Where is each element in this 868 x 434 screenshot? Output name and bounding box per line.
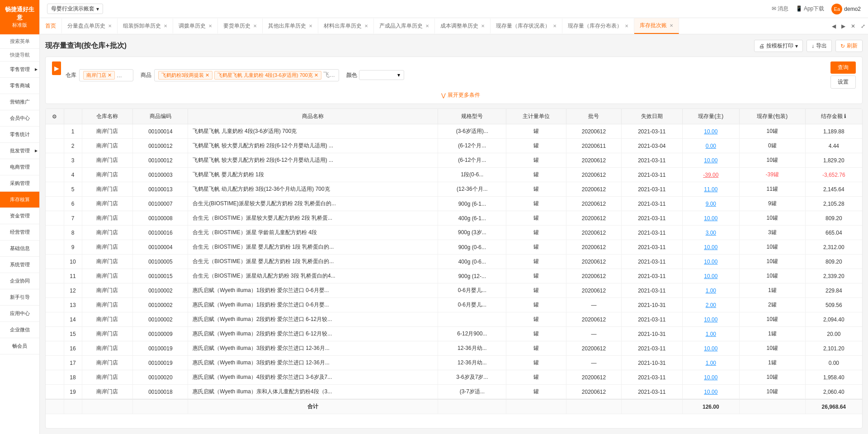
sidebar-search-label[interactable]: 搜索英单 [0, 34, 39, 49]
cell-qty-main[interactable]: 10.00 [682, 370, 739, 385]
tab-current-inventory-status[interactable]: 现存量（库存状况表）✕ [491, 19, 562, 33]
cell-settings[interactable] [46, 168, 64, 182]
cell-settings[interactable] [46, 197, 64, 211]
tab-close-product-inbound-history[interactable]: ✕ [425, 24, 429, 28]
tab-close-current-inventory-distribution[interactable]: ✕ [625, 24, 628, 28]
cell-settings[interactable] [46, 153, 64, 168]
export-button[interactable]: ↓ 导出 [807, 40, 832, 52]
cell-settings[interactable] [46, 255, 64, 269]
cell-settings[interactable] [46, 385, 64, 400]
tab-other-outbound-history[interactable]: 其他出库单历史✕ [263, 19, 318, 33]
tab-transfer-history[interactable]: 调拨单历史✕ [173, 19, 218, 33]
cell-qty-main[interactable]: 1.00 [682, 283, 739, 298]
tab-close-current-inventory-status[interactable]: ✕ [553, 24, 557, 28]
sidebar-item-finance[interactable]: 资金管理 [0, 208, 39, 224]
product-input[interactable]: 飞鹤奶粉3段两提装 ✕ 飞鹤星飞帆 儿童奶粉 4段(3-6岁适用) 700克 ✕… [154, 69, 339, 81]
tab-current-inventory-distribution[interactable]: 现存量（库存分布表）✕ [562, 19, 634, 33]
expand-more-conditions[interactable]: ⋁ 展开更多条件 [66, 91, 856, 99]
cell-settings[interactable] [46, 240, 64, 255]
print-button[interactable]: 🖨 按模板打印 ▾ [754, 40, 803, 52]
sidebar-item-retail-shop[interactable]: 零售商城 [0, 78, 39, 94]
tab-close-batch-voucher[interactable]: ✕ [670, 23, 673, 28]
col-settings-header[interactable]: ⚙ [46, 109, 64, 124]
cell-qty-main[interactable]: 9.00 [682, 197, 739, 211]
color-dropdown[interactable]: ▾ [359, 70, 404, 80]
product-tag-0-remove[interactable]: ✕ [205, 72, 209, 78]
warehouse-input[interactable]: 南岸门店 ✕ ... [79, 69, 133, 81]
cell-settings[interactable] [46, 283, 64, 298]
cell-settings[interactable] [46, 124, 64, 139]
cell-qty-main[interactable]: 0.00 [682, 139, 739, 153]
cell-qty-main[interactable]: 1.00 [682, 327, 739, 341]
cell-settings[interactable] [46, 356, 64, 370]
tab-material-outbound-history[interactable]: 材料出库单历史✕ [318, 19, 374, 33]
tab-cost-adjustment-history[interactable]: 成本调整单历史✕ [435, 19, 491, 33]
tab-scroll-right[interactable]: ▶ [839, 19, 848, 33]
sidebar-item-basic-info[interactable]: 基础信息 [0, 241, 39, 257]
cell-qty-main[interactable]: 10.00 [682, 153, 739, 168]
tab-close-requisition-history[interactable]: ✕ [253, 24, 257, 28]
sidebar-item-member-center[interactable]: 会员中心 [0, 110, 39, 127]
cell-qty-main[interactable]: 10.00 [682, 312, 739, 327]
cell-settings[interactable] [46, 341, 64, 356]
tab-close-split-inventory-history[interactable]: ✕ [108, 24, 112, 28]
cell-settings[interactable] [46, 139, 64, 153]
query-button[interactable]: 查询 [830, 61, 856, 74]
tab-close-transfer-history[interactable]: ✕ [208, 24, 212, 28]
cell-qty-main[interactable]: 10.00 [682, 385, 739, 400]
refresh-button[interactable]: ↻ 刷新 [835, 40, 863, 52]
cell-qty-main[interactable]: 2.00 [682, 298, 739, 312]
sidebar-item-inventory[interactable]: 库存核算 [0, 192, 39, 208]
settings-button[interactable]: 设置 [830, 75, 856, 89]
cell-settings[interactable] [46, 182, 64, 197]
tab-batch-voucher[interactable]: 库存批次账✕ [634, 18, 679, 34]
cell-qty-main[interactable]: 1.00 [682, 356, 739, 370]
sidebar-item-enterprise[interactable]: 企业协同 [0, 273, 39, 289]
tab-product-inbound-history[interactable]: 产成品入库单历史✕ [374, 19, 435, 33]
tab-close-cost-adjustment-history[interactable]: ✕ [481, 24, 485, 28]
sidebar-item-purchase-mgmt[interactable]: 采购管理 [0, 175, 39, 192]
cell-qty-main[interactable]: 10.00 [682, 211, 739, 226]
cell-qty-main[interactable]: 10.00 [682, 341, 739, 356]
account-selector[interactable]: 母婴行业演示账套 ▾ [47, 4, 103, 14]
tab-home[interactable]: 首页 [40, 19, 62, 33]
sidebar-item-new-guide[interactable]: 新手引导 [0, 289, 39, 306]
cell-settings[interactable] [46, 312, 64, 327]
product-tag-1-remove[interactable]: ✕ [314, 72, 318, 78]
sidebar-item-marketing[interactable]: 营销推广 [0, 94, 39, 110]
tab-close-material-outbound-history[interactable]: ✕ [364, 24, 368, 28]
tab-close-other-outbound-history[interactable]: ✕ [309, 24, 312, 28]
tab-requisition-history[interactable]: 要货单历史✕ [218, 19, 263, 33]
cell-qty-main[interactable]: 10.00 [682, 269, 739, 283]
cell-settings[interactable] [46, 370, 64, 385]
message-link[interactable]: ✉ 消息 [772, 5, 788, 13]
tab-disassembly-history[interactable]: 组装拆卸单历史✕ [118, 19, 173, 33]
app-download-link[interactable]: 📱 App下载 [796, 5, 824, 13]
cell-qty-main[interactable]: 10.00 [682, 255, 739, 269]
warehouse-tag-remove[interactable]: ✕ [108, 72, 112, 78]
cell-qty-main[interactable]: 3.00 [682, 226, 739, 240]
sidebar-item-retail-mgmt[interactable]: 零售管理▶ [0, 61, 39, 78]
sidebar-item-app-center[interactable]: 应用中心 [0, 306, 39, 322]
cell-settings[interactable] [46, 226, 64, 240]
sidebar-item-enterprise-wechat[interactable]: 企业微信 [0, 322, 39, 338]
sidebar-item-business-mgmt[interactable]: 经营管理 [0, 224, 39, 241]
cell-settings[interactable] [46, 298, 64, 312]
cell-settings[interactable] [46, 269, 64, 283]
sidebar-quick-nav[interactable]: 快捷导航 [0, 49, 39, 61]
sidebar-item-ecommerce[interactable]: 电商管理 [0, 159, 39, 175]
cell-qty-main[interactable]: 10.00 [682, 124, 739, 139]
sidebar-item-wholesale-mgmt[interactable]: 批发管理▶ [0, 143, 39, 159]
filter-expand-arrow[interactable]: ▶ [52, 61, 61, 75]
cell-qty-main[interactable]: 11.00 [682, 182, 739, 197]
sidebar-item-sys-mgmt[interactable]: 系统管理 [0, 257, 39, 273]
cell-qty-main[interactable]: -39.00 [682, 168, 739, 182]
sidebar-item-member-card[interactable]: 畅会员 [0, 338, 39, 354]
user-avatar[interactable]: Ea demo2 [831, 4, 861, 14]
tab-close-all[interactable]: ✕ [848, 19, 858, 33]
tab-close-disassembly-history[interactable]: ✕ [164, 24, 167, 28]
tab-split-inventory-history[interactable]: 分量盘点单历史✕ [62, 19, 118, 33]
tab-scroll-left[interactable]: ◀ [829, 19, 839, 33]
cell-settings[interactable] [46, 211, 64, 226]
tab-expand[interactable]: ⤢ [858, 19, 868, 33]
